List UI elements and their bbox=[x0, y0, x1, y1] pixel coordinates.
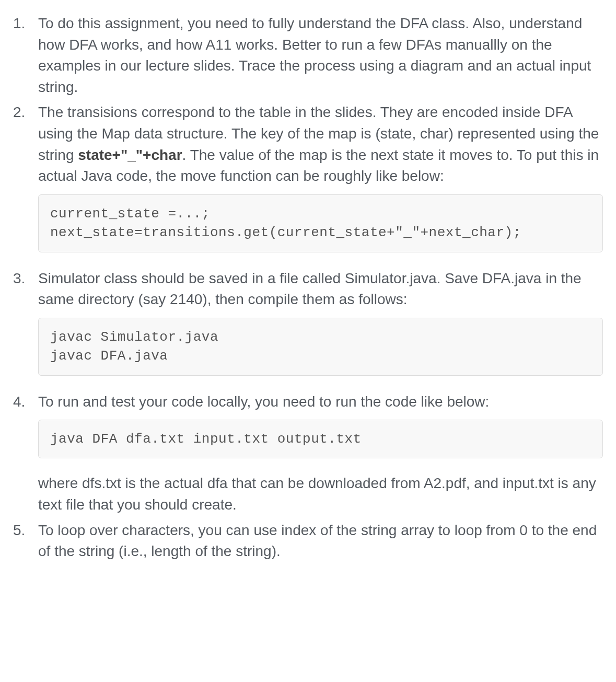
item-bold-text: state+"_"+char bbox=[78, 147, 182, 163]
item-text: To run and test your code locally, you n… bbox=[38, 394, 489, 410]
list-item: Simulator class should be saved in a fil… bbox=[13, 268, 603, 376]
item-text-after-code: where dfs.txt is the actual dfa that can… bbox=[38, 473, 603, 515]
list-item: To do this assignment, you need to fully… bbox=[13, 13, 603, 98]
list-item: To run and test your code locally, you n… bbox=[13, 391, 603, 516]
list-item: To loop over characters, you can use ind… bbox=[13, 520, 603, 562]
code-block: current_state =...; next_state=transitio… bbox=[38, 194, 603, 252]
code-block: javac Simulator.java javac DFA.java bbox=[38, 318, 603, 376]
instruction-list: To do this assignment, you need to fully… bbox=[13, 13, 603, 562]
item-text: Simulator class should be saved in a fil… bbox=[38, 270, 582, 308]
item-text: To do this assignment, you need to fully… bbox=[38, 15, 591, 95]
list-item: The transisions correspond to the table … bbox=[13, 102, 603, 252]
item-text: To loop over characters, you can use ind… bbox=[38, 522, 597, 560]
code-block: java DFA dfa.txt input.txt output.txt bbox=[38, 420, 603, 458]
